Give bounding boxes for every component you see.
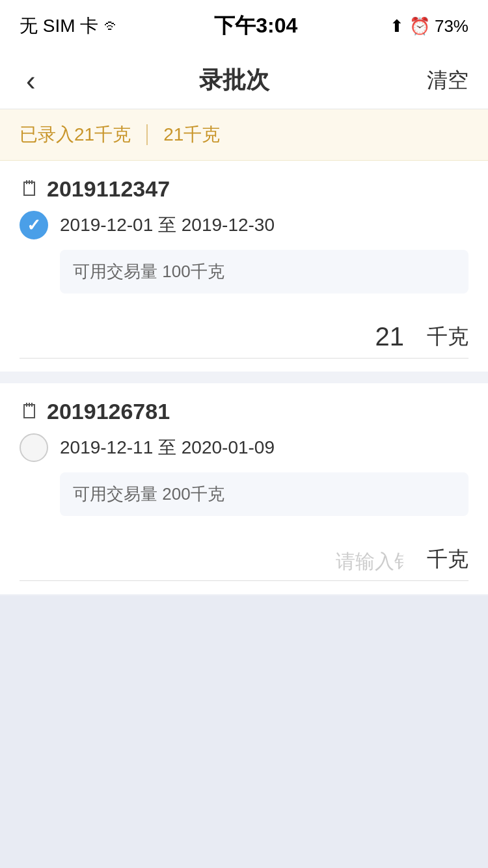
batch-date-2: 2019-12-11 至 2020-01-09 bbox=[60, 435, 275, 460]
status-right: ⬆ ⏰ 73% bbox=[390, 16, 468, 36]
status-bar: 无 SIM 卡 ᯤ 下午3:04 ⬆ ⏰ 73% bbox=[0, 0, 488, 52]
empty-area bbox=[0, 595, 488, 868]
available-qty-1: 可用交易量 100千克 bbox=[60, 250, 468, 293]
qty-underline-2 bbox=[20, 580, 468, 581]
batch-doc-icon-2: 🗒 bbox=[20, 400, 40, 424]
batch-date-1: 2019-12-01 至 2019-12-30 bbox=[60, 213, 275, 237]
page-wrapper: 无 SIM 卡 ᯤ 下午3:04 ⬆ ⏰ 73% ‹ 录批次 清空 已录入21千… bbox=[0, 0, 488, 868]
section-separator bbox=[0, 373, 488, 383]
qty-underline-1 bbox=[20, 358, 468, 359]
status-icons: ⬆ ⏰ 73% bbox=[390, 16, 468, 36]
batch-item-1: 🗒 2019112347 2019-12-01 至 2019-12-30 可用交… bbox=[0, 161, 488, 309]
batch-item-2: 🗒 2019126781 2019-12-11 至 2020-01-09 可用交… bbox=[0, 383, 488, 532]
batch-card-2: 🗒 2019126781 2019-12-11 至 2020-01-09 可用交… bbox=[0, 383, 488, 594]
qty-unit-1: 千克 bbox=[427, 323, 468, 351]
batch-id-text-1: 2019112347 bbox=[47, 176, 170, 202]
qty-unit-2: 千克 bbox=[427, 545, 468, 574]
batch-id-row-2: 🗒 2019126781 bbox=[20, 399, 468, 424]
batch-id-row-1: 🗒 2019112347 bbox=[20, 176, 468, 202]
info-banner: 已录入21千克 21千克 bbox=[0, 109, 488, 161]
qty-row-1: 千克 bbox=[0, 309, 488, 358]
recorded-label: 已录入21千克 bbox=[20, 122, 131, 147]
batch-doc-icon-1: 🗒 bbox=[20, 177, 40, 201]
status-left: 无 SIM 卡 ᯤ bbox=[20, 14, 122, 38]
batch-card-1: 🗒 2019112347 2019-12-01 至 2019-12-30 可用交… bbox=[0, 161, 488, 372]
batch-date-row-2[interactable]: 2019-12-11 至 2020-01-09 bbox=[20, 433, 468, 462]
back-button[interactable]: ‹ bbox=[20, 64, 42, 97]
no-sim-text: 无 SIM 卡 ᯤ bbox=[20, 14, 122, 38]
info-divider bbox=[146, 124, 148, 145]
recorded-value: 21千克 bbox=[163, 122, 220, 147]
clear-button[interactable]: 清空 bbox=[427, 66, 468, 95]
available-qty-2: 可用交易量 200千克 bbox=[60, 472, 468, 516]
qty-input-1[interactable] bbox=[336, 322, 414, 351]
batch-id-text-2: 2019126781 bbox=[47, 399, 170, 424]
qty-row-2: 千克 bbox=[0, 532, 488, 580]
batch-date-row-1[interactable]: 2019-12-01 至 2019-12-30 bbox=[20, 211, 468, 239]
nav-bar: ‹ 录批次 清空 bbox=[0, 52, 488, 109]
content-area: 🗒 2019112347 2019-12-01 至 2019-12-30 可用交… bbox=[0, 161, 488, 868]
radio-btn-2[interactable] bbox=[20, 433, 48, 462]
qty-input-2[interactable] bbox=[336, 545, 414, 574]
radio-btn-1[interactable] bbox=[20, 211, 48, 239]
status-time: 下午3:04 bbox=[214, 12, 297, 40]
page-title: 录批次 bbox=[199, 64, 269, 96]
